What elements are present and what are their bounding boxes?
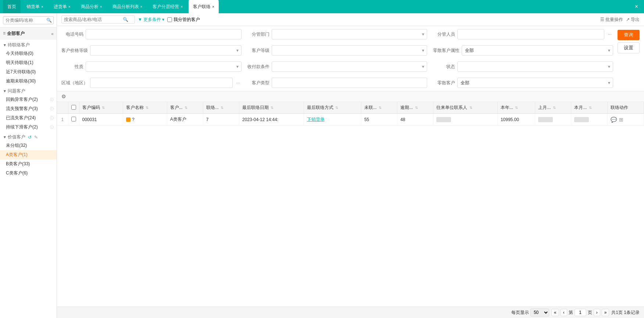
th-last-contact-date[interactable]: 最后联络日期 ⇅	[239, 102, 304, 114]
th-customer-code[interactable]: 客户编码 ⇅	[79, 102, 123, 114]
th-last-contact-method-label: 最后联络方式	[307, 105, 333, 110]
sidebar-item-7days-pending[interactable]: 近7天待联络(0)	[0, 67, 57, 77]
tomorrow-pending-label: 明天待联络(1)	[6, 60, 33, 66]
class-c-label: C类客户(6)	[6, 170, 28, 176]
filter-status: 状态 ▾	[433, 61, 613, 72]
batch-op-button[interactable]: ☰ 批量操作	[600, 17, 623, 23]
pending-arrow-icon: ▼	[3, 43, 7, 47]
filter-customer-level-select[interactable]	[272, 45, 427, 56]
filter-sparse-customer-select[interactable]: 全部	[457, 78, 613, 88]
sidebar-item-ungrouped[interactable]: 未分组(32)	[0, 141, 57, 150]
th-company-contact-label: 往来单位联系人	[436, 105, 467, 110]
filter-manager-input[interactable]	[457, 29, 604, 39]
sidebar-collapse-button[interactable]: «	[51, 31, 54, 36]
nav-analysis-close[interactable]: ×	[100, 5, 102, 9]
export-icon: ↗	[626, 17, 630, 22]
th-customer-level[interactable]: 客户... ⇅	[167, 102, 203, 114]
nav-customer-tier[interactable]: 客户分层经营 ×	[148, 0, 187, 13]
set-button[interactable]: 设置	[618, 42, 640, 53]
nav-product-analysis-list[interactable]: 商品分析列表 ×	[108, 0, 147, 13]
sidebar-item-abnormal-repurchase[interactable]: 回购异常客户(2) ⓘ	[0, 95, 57, 104]
my-customers-filter: 我分管的客户	[167, 17, 200, 23]
nav-customer-tier-close[interactable]: ×	[180, 5, 183, 9]
today-pending-label: 今天待联络(0)	[6, 50, 33, 57]
this-month-placeholder	[574, 117, 589, 122]
nav-customer-contact[interactable]: 客户联络 ×	[189, 0, 219, 13]
nav-home[interactable]: 首页	[3, 0, 21, 13]
filter-customer-type-input[interactable]	[272, 78, 427, 88]
page-label: 第	[569, 310, 573, 316]
nav-sales-label: 销货单	[26, 4, 40, 10]
search-icon: 🔍	[123, 17, 128, 22]
value-edit-icon[interactable]: ✎	[34, 135, 38, 140]
export-button[interactable]: ↗ 导出	[626, 17, 640, 23]
sidebar-item-class-a[interactable]: A类客户(1)	[0, 150, 57, 159]
search-box: 🔍	[61, 15, 135, 24]
qr-action-icon[interactable]: ⊞	[619, 117, 623, 123]
nav-analysis-list-close[interactable]: ×	[140, 5, 143, 9]
th-this-month-label: 本月...	[574, 105, 587, 110]
sidebar-value-section: ▼ 价值客户 ↺ ✎	[0, 132, 57, 141]
row-no: 1	[57, 114, 68, 126]
filter-row-4: 区域（地区） ··· 客户类型 零散客户 全部	[61, 78, 613, 88]
sidebar-all-customers-header[interactable]: ⠿ 全部客户 «	[0, 28, 57, 40]
filter-department-label: 分管部门	[247, 31, 269, 38]
first-page-button[interactable]: «	[551, 309, 559, 316]
th-this-month[interactable]: 本月... ⇅	[571, 102, 607, 114]
nav-sales-order[interactable]: 销货单 ×	[22, 0, 48, 13]
filter-department-select[interactable]	[272, 29, 427, 39]
nav-product-analysis[interactable]: 商品分析 ×	[76, 0, 107, 13]
filter-phone-input[interactable]	[86, 29, 242, 39]
sidebar-item-churn-warning[interactable]: 流失预警客户(3) ⓘ	[0, 104, 57, 113]
nav-sales-close[interactable]: ×	[41, 5, 43, 9]
table-gear-icon[interactable]: ⚙	[61, 93, 66, 99]
more-conditions-button[interactable]: ▼ 更多条件 ▾	[138, 17, 164, 23]
manager-dots-icon[interactable]: ···	[607, 32, 613, 37]
th-company-contact[interactable]: 往来单位联系人 ⇅	[433, 102, 498, 114]
window-close-button[interactable]: ×	[632, 3, 641, 10]
filter-status-select[interactable]	[457, 61, 613, 72]
query-button[interactable]: 查询	[618, 30, 640, 40]
sidebar-item-class-c[interactable]: C类客户(6)	[0, 169, 57, 178]
search-input[interactable]	[64, 17, 123, 22]
last-contact-method-link[interactable]: 下销货单	[307, 117, 325, 122]
chat-action-icon[interactable]: 💬	[611, 117, 617, 123]
filter-customer-level: 客户等级 ▾	[247, 45, 427, 56]
value-refresh-icon[interactable]: ↺	[28, 135, 32, 140]
more-conditions-arrow: ▾	[162, 17, 164, 22]
sidebar-item-tomorrow-pending[interactable]: 明天待联络(1)	[0, 58, 57, 67]
horizontal-scrollbar[interactable]	[57, 303, 644, 307]
nav-purchase-order[interactable]: 进货单 ×	[49, 0, 75, 13]
th-contact-count[interactable]: 联络... ⇅	[203, 102, 239, 114]
filter-nature-select[interactable]	[86, 61, 242, 72]
select-all-checkbox[interactable]	[71, 105, 76, 110]
filter-status-label: 状态	[433, 64, 455, 70]
filter-region-input[interactable]	[90, 78, 233, 88]
table-scroll-area[interactable]: 客户编码 ⇅ 客户名称 ⇅ 客户... ⇅	[57, 102, 644, 303]
page-size-select[interactable]: 50 20 100	[530, 308, 549, 317]
th-last-contact-method[interactable]: 最后联络方式 ⇅	[304, 102, 361, 114]
my-customers-checkbox[interactable]	[167, 17, 172, 22]
last-page-button[interactable]: »	[602, 309, 609, 316]
region-dots-icon[interactable]: ···	[235, 80, 242, 85]
sidebar-item-declining[interactable]: 持续下滑客户(2) ⓘ	[0, 123, 57, 132]
page-number-input[interactable]	[575, 309, 586, 316]
nav-purchase-close[interactable]: ×	[68, 5, 71, 9]
row-checkbox[interactable]	[71, 117, 76, 121]
sidebar-item-churned[interactable]: 已流失客户(24) ⓘ	[0, 113, 57, 123]
th-overdue[interactable]: 逾期... ⇅	[397, 102, 433, 114]
row-customer-name: ?	[123, 114, 167, 126]
filter-price-level-select[interactable]	[90, 45, 242, 56]
prev-page-button[interactable]: ‹	[561, 309, 567, 316]
th-no-contact[interactable]: 未联... ⇅	[361, 102, 397, 114]
sidebar-item-today-pending[interactable]: 今天待联络(0)	[0, 49, 57, 58]
th-this-year[interactable]: 本年... ⇅	[497, 102, 535, 114]
next-page-button[interactable]: ›	[594, 309, 600, 316]
nav-customer-contact-close[interactable]: ×	[212, 5, 214, 9]
filter-payment-select[interactable]	[272, 61, 427, 72]
th-last-month[interactable]: 上月... ⇅	[535, 102, 571, 114]
th-customer-name[interactable]: 客户名称 ⇅	[123, 102, 167, 114]
filter-sparse-attr-select[interactable]: 全部	[462, 45, 613, 56]
sidebar-item-class-b[interactable]: B类客户(33)	[0, 159, 57, 169]
sidebar-item-overdue-pending[interactable]: 逾期未联络(30)	[0, 77, 57, 86]
